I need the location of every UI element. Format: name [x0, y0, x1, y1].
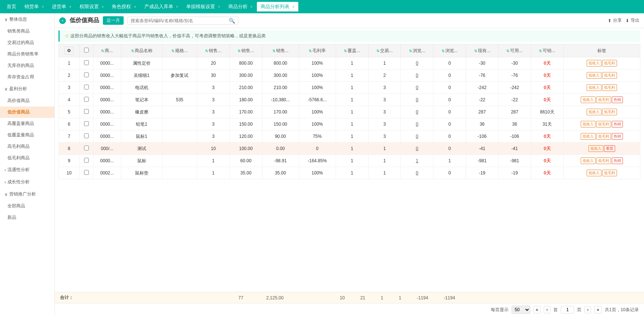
nav-product-analysis[interactable]: 商品分析 ×	[225, 2, 256, 11]
col-gear[interactable]: ⚙	[59, 44, 80, 57]
col-browse1[interactable]: ⇅浏览...	[401, 44, 433, 57]
browse-link[interactable]: 0	[416, 170, 419, 176]
cell-browse1[interactable]: 0	[401, 143, 433, 155]
nav-product-analysis-list[interactable]: 商品分析列表 ×	[257, 2, 298, 11]
row-checkbox[interactable]	[84, 109, 89, 114]
col-spec[interactable]: ⇅规格...	[162, 44, 197, 57]
col-tags[interactable]: 标签	[563, 44, 640, 57]
nav-close-roles[interactable]: ×	[134, 5, 136, 9]
col-sale3[interactable]: ⇅销售...	[262, 44, 299, 57]
row-checkbox[interactable]	[84, 72, 89, 77]
sidebar-item-stock-capital[interactable]: 库存资金占用	[0, 71, 54, 83]
browse-link[interactable]: 0	[416, 134, 419, 139]
nav-close-purchase[interactable]: ×	[69, 5, 71, 9]
sidebar-item-low-margin[interactable]: 低毛利商品	[0, 152, 54, 164]
nav-sales[interactable]: 销货单 ×	[21, 2, 47, 11]
sidebar-item-no-stock[interactable]: 无库存的商品	[0, 60, 54, 71]
col-stock2[interactable]: ⇅可用...	[499, 44, 531, 57]
col-stock1[interactable]: ⇅现有...	[466, 44, 499, 57]
sidebar-item-low-coverage[interactable]: 低覆盖量商品	[0, 129, 54, 141]
sidebar-section-marketing[interactable]: ∨ 营销推广分析	[0, 188, 54, 200]
sidebar-section-overall[interactable]: ∨ 整体信息	[0, 13, 54, 26]
browse-link[interactable]: 0	[416, 73, 419, 78]
nav-purchase[interactable]: 进货单 ×	[48, 2, 75, 11]
browse-link[interactable]: 1	[416, 158, 419, 163]
browse-link[interactable]: 0	[416, 97, 419, 102]
nav-close-templates[interactable]: ×	[218, 5, 220, 9]
sidebar-item-high-coverage[interactable]: 高覆盖量商品	[0, 118, 54, 129]
cell-checkbox[interactable]	[80, 118, 93, 130]
cell-checkbox[interactable]	[80, 57, 93, 69]
browse-link[interactable]: 0	[416, 122, 419, 127]
nav-close-product-analysis[interactable]: ×	[250, 5, 252, 9]
nav-home[interactable]: 首页	[3, 2, 20, 11]
cell-checkbox[interactable]	[80, 143, 93, 155]
cell-browse1[interactable]: 0	[401, 118, 433, 130]
sidebar-item-category-rate[interactable]: 商品分类销售率	[0, 48, 54, 60]
cell-checkbox[interactable]	[80, 155, 93, 167]
nav-close-permissions[interactable]: ×	[102, 5, 104, 9]
cell-browse1[interactable]: 0	[401, 94, 433, 106]
col-browse2[interactable]: ⇅浏览...	[433, 44, 466, 57]
prev-page-button[interactable]: ‹	[544, 306, 550, 313]
col-code[interactable]: ⇅商...	[93, 44, 121, 57]
nav-roles[interactable]: 角色授权 ×	[108, 2, 140, 11]
select-all-checkbox[interactable]	[84, 48, 89, 52]
gear-button[interactable]: ⚙	[64, 47, 74, 55]
row-checkbox[interactable]	[84, 146, 89, 150]
col-sale2[interactable]: ⇅销售...	[229, 44, 262, 57]
sidebar-item-low-value[interactable]: 低价值商品	[0, 106, 54, 118]
nav-templates[interactable]: 单据模板设置 ×	[182, 2, 224, 11]
cell-browse1[interactable]: 0	[401, 130, 433, 143]
col-sale1[interactable]: ⇅销售...	[197, 44, 230, 57]
row-checkbox[interactable]	[84, 60, 89, 65]
nav-close-warehouse[interactable]: ×	[176, 5, 178, 9]
browse-link[interactable]: 0	[416, 109, 419, 115]
row-checkbox[interactable]	[84, 85, 89, 89]
sidebar-section-growth[interactable]: › 成长性分析	[0, 176, 54, 188]
nav-warehouse[interactable]: 产成品入库单 ×	[141, 2, 182, 11]
sidebar-item-all-products[interactable]: 全部商品	[0, 200, 54, 212]
cell-browse1[interactable]: 0	[401, 106, 433, 118]
cell-checkbox[interactable]	[80, 167, 93, 179]
nav-close-product-analysis-list[interactable]: ×	[292, 5, 295, 9]
nav-close-sales[interactable]: ×	[42, 5, 44, 9]
row-checkbox[interactable]	[84, 121, 89, 126]
time-filter-button[interactable]: 近一月	[103, 16, 124, 25]
search-input[interactable]	[131, 18, 227, 23]
sidebar-item-high-value[interactable]: 高价值商品	[0, 95, 54, 106]
col-name[interactable]: ⇅商品名称	[121, 44, 162, 57]
cell-checkbox[interactable]	[80, 82, 93, 94]
cell-checkbox[interactable]	[80, 106, 93, 118]
browse-link[interactable]: 0	[416, 85, 419, 90]
export-button[interactable]: ⬇ 导出	[625, 17, 640, 24]
sidebar-section-circulation[interactable]: › 流通性分析	[0, 164, 54, 176]
cell-checkbox[interactable]	[80, 94, 93, 106]
browse-link[interactable]: 0	[416, 146, 419, 151]
cell-checkbox[interactable]	[80, 130, 93, 143]
browse-link[interactable]: 0	[416, 61, 419, 66]
page-number-input[interactable]	[561, 306, 574, 313]
cell-browse1[interactable]: 0	[401, 167, 433, 179]
last-page-button[interactable]: »	[594, 306, 602, 313]
row-checkbox[interactable]	[84, 133, 89, 138]
cell-browse1[interactable]: 0	[401, 57, 433, 69]
row-checkbox[interactable]	[84, 158, 89, 163]
col-cover[interactable]: ⇅覆盖...	[336, 44, 368, 57]
cell-browse1[interactable]: 0	[401, 82, 433, 94]
cell-browse1[interactable]: 0	[401, 69, 433, 82]
sidebar-collapse-button[interactable]: «	[59, 17, 66, 24]
row-checkbox[interactable]	[84, 97, 89, 102]
col-trade[interactable]: ⇅交易...	[368, 44, 401, 57]
row-checkbox[interactable]	[84, 170, 89, 175]
sidebar-item-sales-products[interactable]: 销售类商品	[0, 26, 54, 37]
sidebar-section-profit[interactable]: ∨ 盈利分析	[0, 83, 54, 95]
first-page-button[interactable]: «	[533, 306, 541, 313]
cell-checkbox[interactable]	[80, 69, 93, 82]
col-gross[interactable]: ⇅毛利率	[299, 44, 336, 57]
next-page-button[interactable]: ›	[584, 306, 591, 313]
nav-permissions[interactable]: 权限设置 ×	[76, 2, 107, 11]
col-days[interactable]: ⇅可销...	[531, 44, 563, 57]
table-container[interactable]: ⚙ ⇅商... ⇅商品名称 ⇅规格... ⇅销售... ⇅销售... ⇅销售..…	[55, 44, 644, 292]
sidebar-item-high-margin[interactable]: 高毛利商品	[0, 141, 54, 152]
